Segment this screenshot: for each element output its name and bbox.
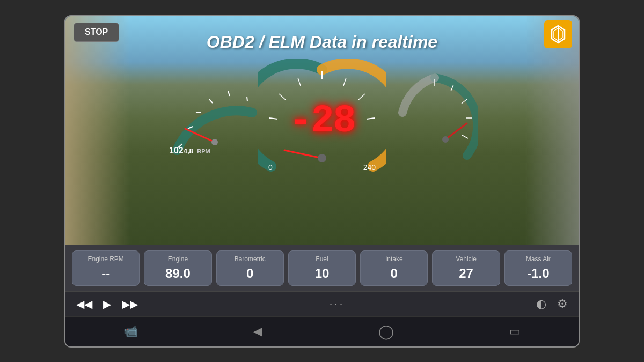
- card-fuel[interactable]: Fuel 10: [288, 250, 356, 286]
- svg-line-24: [462, 135, 468, 138]
- controls-bar: ◀◀ ▶ ▶▶ ··· ◐ ⚙: [65, 291, 579, 316]
- card-engine-value: 89.0: [165, 266, 191, 281]
- card-barometric-label: Barometric: [235, 255, 266, 263]
- svg-line-16: [358, 94, 365, 100]
- main-window: STOP OBD2 / ELM Data in realtime: [64, 15, 580, 348]
- stop-button[interactable]: STOP: [74, 23, 119, 42]
- speed-max: 240: [363, 163, 376, 172]
- rpm-gauge: 1024,8 RPM: [166, 59, 263, 166]
- card-fuel-value: 10: [315, 266, 330, 281]
- card-intake-label: Intake: [385, 255, 403, 263]
- card-barometric-value: 0: [246, 266, 253, 281]
- card-mass-air[interactable]: Mass Air -1.0: [504, 250, 572, 286]
- nav-bar: 📹 ◀ ◯ ▭: [65, 316, 579, 346]
- more-menu[interactable]: ···: [330, 298, 345, 310]
- skip-back-button[interactable]: ◀◀: [76, 298, 92, 311]
- car-interior-left: [65, 16, 130, 245]
- svg-line-18: [284, 150, 322, 158]
- card-mass-air-value: -1.0: [527, 266, 549, 281]
- car-interior-right: [525, 16, 579, 245]
- playback-controls: ◀◀ ▶ ▶▶: [76, 298, 138, 311]
- svg-line-12: [298, 78, 301, 86]
- card-engine-rpm[interactable]: Engine RPM --: [72, 250, 140, 286]
- svg-line-15: [343, 78, 346, 86]
- svg-line-7: [228, 91, 230, 96]
- card-vehicle-value: 27: [459, 266, 473, 281]
- card-engine-label: Engine: [168, 255, 188, 263]
- speed-min: 0: [268, 163, 273, 172]
- skip-forward-button[interactable]: ▶▶: [122, 298, 138, 311]
- svg-line-8: [247, 97, 247, 101]
- card-vehicle[interactable]: Vehicle 27: [432, 250, 500, 286]
- right-gauge-svg: [392, 70, 478, 166]
- speed-gauge: -28 0 240: [258, 59, 386, 188]
- card-fuel-label: Fuel: [316, 255, 328, 263]
- card-engine-rpm-value: --: [101, 266, 110, 281]
- card-intake-value: 0: [391, 266, 398, 281]
- svg-line-6: [209, 99, 213, 103]
- back-icon[interactable]: ◀: [253, 324, 262, 338]
- svg-point-19: [318, 154, 326, 162]
- main-area: STOP OBD2 / ELM Data in realtime: [65, 16, 579, 245]
- speed-labels: 0 240: [268, 163, 376, 172]
- gauges-area: 1024,8 RPM: [166, 59, 478, 198]
- svg-line-17: [367, 118, 375, 119]
- rpm-unit: RPM: [197, 148, 210, 154]
- page-title: OBD2 / ELM Data in realtime: [207, 32, 437, 52]
- svg-line-5: [196, 112, 201, 113]
- card-engine-rpm-label: Engine RPM: [87, 255, 123, 263]
- home-icon[interactable]: ◯: [378, 323, 394, 340]
- renault-logo: [544, 20, 572, 48]
- right-controls: ◐ ⚙: [536, 297, 568, 311]
- play-button[interactable]: ▶: [103, 298, 111, 311]
- card-engine[interactable]: Engine 89.0: [144, 250, 211, 286]
- card-barometric[interactable]: Barometric 0: [216, 250, 284, 286]
- rpm-value: 102: [169, 146, 184, 155]
- svg-line-25: [445, 123, 467, 139]
- display-settings-icon[interactable]: ◐: [536, 297, 546, 311]
- svg-line-14: [269, 118, 277, 119]
- card-mass-air-label: Mass Air: [526, 255, 551, 263]
- card-intake[interactable]: Intake 0: [360, 250, 428, 286]
- screenshot-icon[interactable]: 📹: [123, 324, 138, 338]
- svg-line-13: [279, 94, 286, 100]
- settings-icon[interactable]: ⚙: [557, 297, 568, 311]
- data-cards-row: Engine RPM -- Engine 89.0 Barometric 0 F…: [65, 245, 579, 291]
- rpm-decimal: 4,8: [184, 147, 193, 155]
- card-vehicle-label: Vehicle: [456, 255, 477, 263]
- recents-icon[interactable]: ▭: [509, 324, 521, 338]
- speed-display: -28: [289, 99, 355, 143]
- svg-point-26: [442, 136, 449, 143]
- right-gauge: [392, 70, 478, 166]
- svg-point-10: [211, 139, 218, 145]
